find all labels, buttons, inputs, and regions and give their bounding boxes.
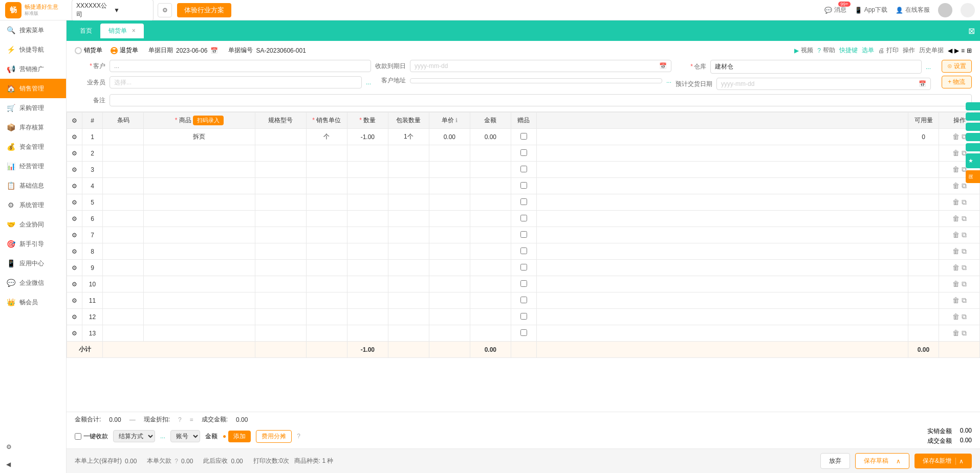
row-product[interactable]	[144, 325, 255, 342]
gift-checkbox[interactable]	[520, 166, 527, 172]
row-settings[interactable]: ⚙	[67, 227, 82, 243]
sidebar-item-quick-nav[interactable]: ⚡ 快捷导航	[0, 40, 66, 59]
add-circle-icon[interactable]: ●	[223, 433, 226, 440]
gift-checkbox[interactable]	[520, 149, 527, 156]
row-settings[interactable]: ⚙	[67, 260, 82, 276]
copy-icon[interactable]: ⧉	[962, 198, 967, 207]
help-circle-icon[interactable]: ?	[178, 416, 182, 423]
row-barcode[interactable]	[103, 309, 144, 325]
row-settings[interactable]: ⚙	[67, 178, 82, 194]
warehouse-input[interactable]: 建材仓	[710, 60, 922, 74]
copy-icon[interactable]: ⧉	[962, 329, 967, 337]
row-product[interactable]	[144, 162, 255, 178]
radio-sales-order[interactable]: 销货单	[75, 46, 102, 55]
delete-icon[interactable]: 🗑	[952, 214, 960, 223]
delete-icon[interactable]: 🗑	[952, 329, 960, 337]
row-barcode[interactable]	[103, 178, 144, 194]
row-settings[interactable]: ⚙	[67, 243, 82, 260]
row-barcode[interactable]	[103, 194, 144, 211]
row-amount[interactable]: 0.00	[470, 129, 511, 145]
row-settings[interactable]: ⚙	[67, 211, 82, 227]
payment-calendar-icon[interactable]: 📅	[659, 62, 667, 70]
row-product[interactable]	[144, 145, 255, 162]
row-product[interactable]	[144, 309, 255, 325]
row-settings[interactable]: ⚙	[67, 292, 82, 309]
company-selector[interactable]: XXXXXX公司 ▼	[72, 0, 154, 21]
row-gift[interactable]	[511, 129, 536, 145]
save-draft-button[interactable]: 保存草稿 ∧	[855, 453, 909, 469]
row-settings[interactable]: ⚙	[67, 276, 82, 292]
gift-checkbox[interactable]	[520, 313, 527, 320]
save-new-button[interactable]: 保存&新增 ∧	[914, 454, 972, 468]
delete-icon[interactable]: 🗑	[952, 263, 960, 272]
delete-icon[interactable]: 🗑	[952, 231, 960, 239]
row-barcode[interactable]	[103, 292, 144, 309]
row-barcode[interactable]	[103, 243, 144, 260]
tab-close-icon[interactable]: ×	[132, 27, 136, 34]
copy-icon[interactable]: ⧉	[962, 231, 967, 239]
row-pkg-qty[interactable]: 1个	[388, 129, 429, 145]
delete-icon[interactable]: 🗑	[952, 132, 960, 141]
calendar-icon[interactable]: 📅	[210, 47, 218, 54]
row-barcode[interactable]	[103, 129, 144, 145]
sidebar-item-base-info[interactable]: 📋 基础信息	[0, 176, 66, 195]
grid-view-button[interactable]: ⊞	[967, 47, 972, 54]
gift-checkbox[interactable]	[520, 297, 527, 303]
copy-icon[interactable]: ⧉	[962, 280, 967, 288]
row-settings[interactable]: ⚙	[67, 145, 82, 162]
delivery-date-input[interactable]: yyyy-mm-dd 📅	[716, 78, 931, 90]
row-product[interactable]	[144, 211, 255, 227]
row-barcode[interactable]	[103, 162, 144, 178]
gift-checkbox[interactable]	[520, 264, 527, 271]
sidebar-settings-button[interactable]: ⚙	[0, 438, 66, 456]
delete-icon[interactable]: 🗑	[952, 280, 960, 288]
copy-icon[interactable]: ⧉	[962, 214, 967, 223]
col-header-settings[interactable]: ⚙	[67, 112, 82, 129]
next-button[interactable]: ▶	[954, 47, 959, 54]
setting-small-button[interactable]: ⊙ 设置	[942, 60, 972, 73]
sidebar-item-newbie[interactable]: 🎯 新手引导	[0, 234, 66, 254]
sidebar-item-app-center[interactable]: 📱 应用中心	[0, 254, 66, 273]
row-product[interactable]	[144, 292, 255, 309]
delete-icon[interactable]: 🗑	[952, 165, 960, 174]
sidebar-item-marketing[interactable]: 📢 营销推广	[0, 59, 66, 79]
fee-help-icon[interactable]: ?	[297, 433, 300, 440]
row-settings[interactable]: ⚙	[67, 325, 82, 342]
operate-button[interactable]: 操作	[903, 46, 915, 55]
row-barcode[interactable]	[103, 211, 144, 227]
account-select[interactable]: 账号	[170, 430, 200, 442]
copy-icon[interactable]: ⧉	[962, 247, 967, 256]
close-all-button[interactable]: ⊠	[968, 26, 975, 36]
sidebar-item-system[interactable]: ⚙ 系统管理	[0, 195, 66, 215]
row-product[interactable]: 拆页	[144, 129, 255, 145]
gift-checkbox[interactable]	[520, 231, 527, 238]
row-product[interactable]	[144, 260, 255, 276]
float-edit-button[interactable]: 改	[966, 143, 980, 151]
price-info-icon[interactable]: ℹ	[455, 117, 458, 123]
customer-input[interactable]: ...	[110, 60, 371, 72]
gift-checkbox[interactable]	[520, 329, 527, 336]
radio-return-order[interactable]: 退货单	[111, 46, 138, 55]
row-barcode[interactable]	[103, 260, 144, 276]
sidebar-item-search[interactable]: 🔍 搜索菜单	[0, 20, 66, 40]
float-orange-button[interactable]: Itl	[966, 170, 980, 183]
row-barcode[interactable]	[103, 276, 144, 292]
float-query-button[interactable]: 查	[966, 133, 980, 141]
shortcut-button[interactable]: 快捷键	[839, 46, 858, 55]
delete-icon[interactable]: 🗑	[952, 182, 960, 190]
gift-checkbox[interactable]	[520, 182, 527, 189]
row-settings[interactable]: ⚙	[67, 309, 82, 325]
row-settings[interactable]: ⚙	[67, 129, 82, 145]
select-button[interactable]: 选单	[862, 46, 874, 55]
row-barcode[interactable]	[103, 325, 144, 342]
settings-button[interactable]: ⚙	[158, 3, 172, 17]
row-price[interactable]: 0.00	[429, 129, 470, 145]
online-service-button[interactable]: 👤 在线客服	[896, 6, 930, 14]
float-image-button[interactable]: 图	[966, 112, 980, 121]
row-barcode[interactable]	[103, 145, 144, 162]
payment-date-input[interactable]: yyyy-mm-dd 📅	[410, 60, 671, 72]
sidebar-item-sales[interactable]: 🏠 销售管理	[0, 79, 66, 98]
add-button[interactable]: 添加	[228, 431, 251, 442]
gift-checkbox[interactable]	[520, 215, 527, 221]
row-settings[interactable]: ⚙	[67, 162, 82, 178]
